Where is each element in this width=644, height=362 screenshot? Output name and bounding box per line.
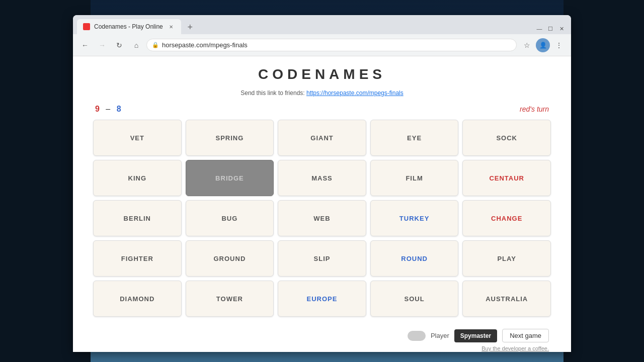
card-fighter[interactable]: FIGHTER [93, 240, 182, 277]
card-berlin[interactable]: BERLIN [93, 200, 182, 236]
address-bar[interactable]: 🔒 horsepaste.com/mpegs-finals [146, 39, 517, 51]
player-label: Player [431, 332, 449, 339]
card-eye[interactable]: EYE [370, 120, 459, 156]
menu-button[interactable]: ⋮ [552, 38, 566, 52]
card-sock[interactable]: SOCK [462, 120, 551, 156]
game-title: CODENAMES [93, 66, 551, 82]
score-row: 9 – 8 red's turn [93, 105, 551, 114]
user-avatar[interactable]: 👤 [536, 38, 550, 52]
score-display: 9 – 8 [95, 105, 122, 114]
card-tower[interactable]: TOWER [186, 281, 274, 317]
browser-window: Codenames - Play Online ✕ + — ☐ ✕ ← → ↻ … [73, 15, 571, 352]
navigation-bar: ← → ↻ ⌂ 🔒 horsepaste.com/mpegs-finals ☆ … [73, 34, 571, 56]
share-url[interactable]: https://horsepaste.com/mpegs-finals [306, 89, 404, 97]
home-button[interactable]: ⌂ [129, 38, 143, 52]
red-score: 9 [95, 105, 101, 113]
card-bridge[interactable]: BRIDGE [186, 160, 274, 196]
forward-button[interactable]: → [95, 38, 109, 52]
card-king[interactable]: KING [93, 160, 182, 196]
card-centaur[interactable]: CENTAUR [462, 160, 551, 196]
nav-actions: ☆ 👤 ⋮ [520, 38, 566, 52]
card-giant[interactable]: GIANT [278, 120, 366, 156]
card-film[interactable]: FILM [370, 160, 459, 196]
spymaster-button[interactable]: Spymaster [454, 329, 497, 342]
turn-indicator: red's turn [520, 105, 549, 113]
footer-row: Player Spymaster Next game [93, 325, 551, 344]
card-spring[interactable]: SPRING [186, 120, 274, 156]
card-slip[interactable]: SLIP [278, 240, 366, 277]
tab-title: Codenames - Play Online [94, 23, 163, 30]
score-separator: – [106, 105, 111, 113]
close-button[interactable]: ✕ [558, 25, 565, 32]
share-text: Send this link to friends: [240, 89, 304, 97]
next-game-button[interactable]: Next game [502, 329, 549, 342]
active-tab[interactable]: Codenames - Play Online ✕ [77, 19, 181, 34]
tab-close-button[interactable]: ✕ [167, 23, 175, 31]
card-mass[interactable]: MASS [278, 160, 366, 196]
mode-toggle[interactable] [408, 331, 426, 341]
dev-link-row: Buy the developer a coffee. [93, 344, 551, 352]
card-vet[interactable]: VET [93, 120, 182, 156]
reload-button[interactable]: ↻ [112, 38, 126, 52]
card-ground[interactable]: GROUND [186, 240, 274, 277]
minimize-button[interactable]: — [536, 25, 543, 32]
card-diamond[interactable]: DIAMOND [93, 281, 182, 317]
back-button[interactable]: ← [78, 38, 92, 52]
lock-icon: 🔒 [152, 42, 159, 48]
dev-link[interactable]: Buy the developer a coffee. [481, 345, 549, 351]
tab-bar: Codenames - Play Online ✕ + — ☐ ✕ [73, 15, 571, 34]
card-europe[interactable]: EUROPE [278, 281, 366, 317]
blue-score: 8 [117, 105, 122, 113]
card-round[interactable]: ROUND [370, 240, 459, 277]
card-web[interactable]: WEB [278, 200, 366, 236]
card-bug[interactable]: BUG [186, 200, 274, 236]
tab-favicon [83, 23, 90, 30]
card-soul[interactable]: SOUL [370, 281, 459, 317]
card-play[interactable]: PLAY [462, 240, 551, 277]
share-link-row: Send this link to friends: https://horse… [93, 89, 551, 97]
maximize-button[interactable]: ☐ [547, 25, 554, 32]
url-text: horsepaste.com/mpegs-finals [162, 41, 248, 49]
trees-right [564, 0, 644, 362]
new-tab-button[interactable]: + [183, 20, 197, 34]
card-grid: VETSPRINGGIANTEYESOCKKINGBRIDGEMASSFILMC… [93, 120, 551, 317]
card-turkey[interactable]: TURKEY [370, 200, 459, 236]
card-australia[interactable]: AUSTRALIA [462, 281, 551, 317]
card-change[interactable]: CHANGE [462, 200, 551, 236]
bookmark-button[interactable]: ☆ [520, 38, 534, 52]
page-content: CODENAMES Send this link to friends: htt… [73, 56, 571, 352]
